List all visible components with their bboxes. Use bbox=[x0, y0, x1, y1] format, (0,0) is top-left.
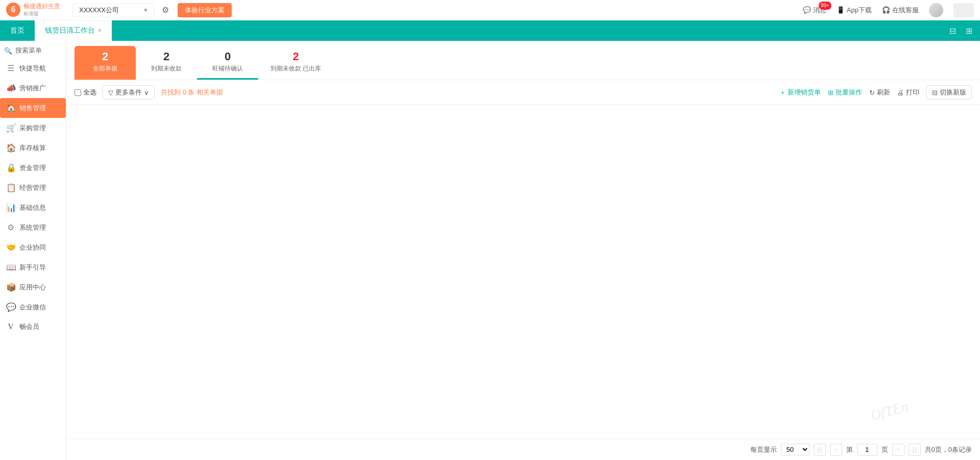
sidebar-label-marketing: 营销推广 bbox=[19, 84, 46, 93]
enterprise-icon: 🤝 bbox=[6, 243, 15, 252]
switch-new-version-button[interactable]: ⊟ 切换新版 bbox=[926, 85, 972, 100]
stats-tab-all[interactable]: 2 全部单据 bbox=[75, 46, 136, 80]
member-icon: V bbox=[6, 322, 15, 331]
stats-num-all: 2 bbox=[102, 50, 108, 63]
sidebar-search[interactable]: 🔍 搜索菜单 bbox=[0, 41, 66, 58]
stats-num-overdue: 2 bbox=[163, 50, 169, 63]
logo-sub: 标准版 bbox=[23, 10, 60, 17]
sidebar-label-app-center: 应用中心 bbox=[19, 283, 46, 292]
nav-tabs: 首页 钱货日清工作台 × ⊟ ⊞ bbox=[0, 20, 980, 41]
online-service-label: 在线客服 bbox=[892, 6, 919, 15]
logo-area: 6 畅捷通好生意 标准版 bbox=[6, 3, 72, 17]
sidebar-label-sales: 销售管理 bbox=[19, 104, 46, 113]
logo-name: 畅捷通好生意 bbox=[23, 3, 60, 10]
nav-maximize-button[interactable]: ⊞ bbox=[962, 23, 976, 38]
batch-label: 批量操作 bbox=[836, 88, 862, 97]
sidebar-item-operations[interactable]: 📋 经营管理 bbox=[0, 178, 66, 198]
stats-tab-pending[interactable]: 0 旺铺待确认 bbox=[197, 46, 258, 80]
found-prefix: 共找到 bbox=[161, 88, 181, 96]
nav-right-buttons: ⊟ ⊞ bbox=[945, 23, 980, 38]
chevron-filter-icon: ∨ bbox=[144, 89, 149, 96]
search-icon: 🔍 bbox=[4, 47, 12, 55]
next-page-button[interactable]: ＞ bbox=[892, 444, 904, 456]
sidebar-label-system: 系统管理 bbox=[19, 223, 46, 232]
found-count: 共找到 0 条 相关单据 bbox=[161, 88, 223, 97]
main-layout: 🔍 搜索菜单 ☰ 快捷导航 📣 营销推广 🏠 销售管理 🛒 采购管理 🏠 库存核… bbox=[0, 41, 980, 460]
page-size-select[interactable]: 50 10 20 100 bbox=[781, 444, 810, 455]
wechat-icon: 💬 bbox=[6, 302, 15, 312]
marketing-icon: 📣 bbox=[6, 83, 15, 93]
sidebar-label-operations: 经营管理 bbox=[19, 183, 46, 192]
avatar[interactable] bbox=[929, 3, 943, 17]
avatar-placeholder bbox=[929, 3, 943, 17]
app-center-icon: 📦 bbox=[6, 282, 15, 292]
sidebar-item-inventory[interactable]: 🏠 库存核算 bbox=[0, 138, 66, 158]
sidebar-item-member[interactable]: V 畅会员 bbox=[0, 317, 66, 336]
filter-label: 更多条件 bbox=[115, 88, 142, 97]
select-all-label: 全选 bbox=[83, 88, 96, 97]
print-button[interactable]: 🖨 打印 bbox=[897, 88, 919, 97]
sidebar: 🔍 搜索菜单 ☰ 快捷导航 📣 营销推广 🏠 销售管理 🛒 采购管理 🏠 库存核… bbox=[0, 41, 66, 460]
add-btn-label: 新增销货单 bbox=[788, 88, 821, 97]
found-unit: 条 bbox=[188, 88, 194, 96]
found-number: 0 bbox=[183, 88, 186, 96]
filter-button[interactable]: ▽ 更多条件 ∨ bbox=[103, 85, 155, 100]
tab-home[interactable]: 首页 bbox=[0, 20, 35, 41]
trial-button[interactable]: 体验行业方案 bbox=[178, 3, 232, 17]
sidebar-label-base-info: 基础信息 bbox=[19, 203, 46, 212]
sidebar-item-sales[interactable]: 🏠 销售管理 bbox=[0, 98, 66, 118]
service-icon: 🎧 bbox=[882, 6, 890, 14]
sidebar-item-wechat[interactable]: 💬 企业微信 bbox=[0, 297, 66, 317]
stats-tabs: 2 全部单据 2 到期未收款 0 旺铺待确认 2 到期未收款 已出库 bbox=[66, 41, 980, 80]
refresh-icon: ↻ bbox=[869, 89, 875, 96]
stats-tab-shipped[interactable]: 2 到期未收款 已出库 bbox=[258, 46, 333, 80]
sidebar-item-app-center[interactable]: 📦 应用中心 bbox=[0, 277, 66, 297]
checkbox-input[interactable] bbox=[75, 89, 81, 96]
purchase-icon: 🛒 bbox=[6, 123, 15, 133]
last-page-button[interactable]: ⟩⟩ bbox=[909, 444, 921, 456]
add-icon: + bbox=[780, 89, 785, 96]
app-download-button[interactable]: 📱 App下载 bbox=[837, 6, 872, 15]
company-selector[interactable]: XXXXXX公司 ▾ bbox=[72, 3, 154, 17]
first-page-button[interactable]: ⟨⟨ bbox=[814, 444, 826, 456]
finance-icon: 🔒 bbox=[6, 163, 15, 173]
stats-tab-overdue[interactable]: 2 到期未收款 bbox=[136, 46, 197, 80]
stats-label-all: 全部单据 bbox=[93, 64, 117, 73]
batch-operation-button[interactable]: ⊞ 批量操作 bbox=[828, 88, 862, 97]
select-all-checkbox[interactable]: 全选 bbox=[75, 88, 96, 97]
page-input[interactable] bbox=[857, 444, 877, 456]
tab-qhrc[interactable]: 钱货日清工作台 × bbox=[35, 20, 112, 41]
refresh-button[interactable]: ↻ 刷新 bbox=[869, 88, 890, 97]
sidebar-label-guide: 新手引导 bbox=[19, 263, 46, 272]
sidebar-item-quick-nav[interactable]: ☰ 快捷导航 bbox=[0, 58, 66, 78]
app-icon: 📱 bbox=[837, 6, 845, 14]
sidebar-item-purchase[interactable]: 🛒 采购管理 bbox=[0, 118, 66, 138]
menu-icon: ☰ bbox=[6, 63, 15, 73]
online-service-button[interactable]: 🎧 在线客服 bbox=[882, 6, 919, 15]
messages-button[interactable]: 💬 消息 99+ bbox=[803, 6, 826, 15]
add-sales-button[interactable]: + 新增销货单 bbox=[780, 88, 821, 97]
logo-icon: 6 bbox=[6, 3, 20, 17]
sidebar-item-system[interactable]: ⚙ 系统管理 bbox=[0, 217, 66, 237]
stats-label-overdue: 到期未收款 bbox=[151, 64, 182, 73]
nav-minimize-button[interactable]: ⊟ bbox=[945, 23, 960, 38]
prev-page-button[interactable]: ＜ bbox=[830, 444, 842, 456]
base-info-icon: 📊 bbox=[6, 203, 15, 212]
tab-qhrc-label: 钱货日清工作台 bbox=[45, 26, 95, 35]
sidebar-label-finance: 资金管理 bbox=[19, 163, 46, 173]
tab-home-label: 首页 bbox=[10, 26, 24, 35]
sidebar-item-enterprise[interactable]: 🤝 企业协同 bbox=[0, 237, 66, 257]
page-suffix: 页 bbox=[881, 445, 888, 454]
messages-badge: 99+ bbox=[819, 2, 831, 10]
tab-close-icon[interactable]: × bbox=[98, 27, 102, 34]
switch-icon: ⊟ bbox=[932, 89, 938, 96]
top-header: 6 畅捷通好生意 标准版 XXXXXX公司 ▾ ⚙ 体验行业方案 💬 消息 99… bbox=[0, 0, 980, 20]
system-icon: ⚙ bbox=[6, 223, 15, 232]
sidebar-item-marketing[interactable]: 📣 营销推广 bbox=[0, 78, 66, 98]
found-related: 相关单据 bbox=[197, 88, 223, 96]
sidebar-item-guide[interactable]: 📖 新手引导 bbox=[0, 257, 66, 277]
sidebar-item-base-info[interactable]: 📊 基础信息 bbox=[0, 198, 66, 217]
settings-button[interactable]: ⚙ bbox=[158, 3, 173, 17]
sidebar-item-finance[interactable]: 🔒 资金管理 bbox=[0, 158, 66, 178]
page-label: 第 bbox=[846, 445, 853, 454]
